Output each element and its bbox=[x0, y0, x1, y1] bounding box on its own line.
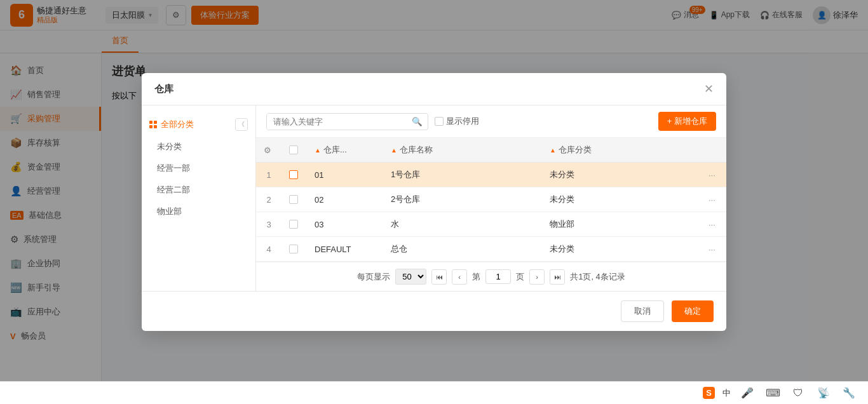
row-code: 01 bbox=[307, 163, 383, 187]
category-item-unclassified[interactable]: 未分类 bbox=[142, 136, 255, 158]
row-more[interactable]: ··· bbox=[701, 212, 726, 237]
grid-icon bbox=[149, 121, 157, 128]
row-category: 未分类 bbox=[542, 163, 701, 187]
category-item-dept1[interactable]: 经营一部 bbox=[142, 158, 255, 179]
more-button[interactable]: ··· bbox=[709, 195, 715, 205]
page-label: 第 bbox=[472, 271, 480, 283]
keyboard-icon[interactable]: ⌨ bbox=[764, 384, 782, 402]
tools-icon: 🔧 bbox=[840, 384, 858, 402]
all-category-label: 全部分类 bbox=[161, 119, 194, 130]
more-button[interactable]: ··· bbox=[709, 170, 715, 180]
row-category: 物业部 bbox=[542, 212, 701, 237]
modal-main-area: 🔍 显示停用 + 新增仓库 ⚙ bbox=[256, 105, 726, 291]
confirm-button[interactable]: 确定 bbox=[672, 300, 714, 322]
modal-body: 全部分类 《 未分类 经营一部 经营二部 物业部 🔍 bbox=[142, 105, 726, 291]
sort-icon-name: ▲ bbox=[391, 147, 397, 154]
row-number: 2 bbox=[256, 187, 281, 212]
col-checkbox bbox=[281, 138, 307, 163]
shield-icon: 🛡 bbox=[789, 384, 807, 402]
row-name: 1号仓库 bbox=[383, 163, 542, 187]
row-more[interactable]: ··· bbox=[701, 237, 726, 262]
table-row[interactable]: 4 DEFAULT 总仓 未分类 ··· bbox=[256, 237, 726, 262]
per-page-label: 每页显示 bbox=[357, 271, 390, 283]
select-all-checkbox[interactable] bbox=[289, 145, 298, 154]
modal-title: 仓库 bbox=[154, 83, 173, 95]
page-suffix-label: 页 bbox=[516, 271, 524, 283]
network-icon: 📡 bbox=[815, 384, 832, 402]
add-warehouse-button[interactable]: + 新增仓库 bbox=[658, 112, 716, 131]
table-header-row: ⚙ ▲仓库... ▲仓库名称 ▲仓库分类 bbox=[256, 138, 726, 163]
row-number: 1 bbox=[256, 163, 281, 187]
table-row[interactable]: 2 02 2号仓库 未分类 ··· bbox=[256, 187, 726, 212]
sort-icon-cat: ▲ bbox=[550, 147, 556, 154]
last-page-button[interactable]: ⏭ bbox=[550, 269, 565, 285]
modal-overlay[interactable]: 仓库 ✕ 全部分类 《 未分类 经营一部 经营二部 物业部 bbox=[0, 0, 868, 404]
row-code: 02 bbox=[307, 187, 383, 212]
next-page-button[interactable]: › bbox=[529, 269, 545, 285]
row-checkbox-cell[interactable] bbox=[281, 187, 307, 212]
row-checkbox-cell[interactable] bbox=[281, 212, 307, 237]
cn-text: 中 bbox=[722, 387, 731, 399]
collapse-button[interactable]: 《 bbox=[235, 118, 248, 131]
search-button[interactable]: 🔍 bbox=[407, 114, 428, 130]
modal-toolbar: 🔍 显示停用 + 新增仓库 bbox=[256, 105, 726, 138]
row-more[interactable]: ··· bbox=[701, 163, 726, 187]
per-page-select[interactable]: 50 bbox=[395, 269, 426, 285]
all-category-header[interactable]: 全部分类 《 bbox=[142, 113, 255, 136]
row-name: 水 bbox=[383, 212, 542, 237]
modal-close-button[interactable]: ✕ bbox=[704, 82, 714, 96]
col-settings[interactable]: ⚙ bbox=[256, 138, 281, 163]
category-item-property[interactable]: 物业部 bbox=[142, 201, 255, 222]
table-row[interactable]: 3 03 水 物业部 ··· bbox=[256, 212, 726, 237]
row-number: 3 bbox=[256, 212, 281, 237]
modal-footer: 取消 确定 bbox=[142, 291, 726, 331]
warehouse-table: ⚙ ▲仓库... ▲仓库名称 ▲仓库分类 1 01 1号仓库 未分 bbox=[256, 138, 726, 262]
search-input[interactable] bbox=[267, 114, 407, 130]
pagination: 每页显示 50 ⏮ ‹ 第 页 › ⏭ 共1页, 4条记录 bbox=[256, 262, 726, 291]
prev-page-button[interactable]: ‹ bbox=[452, 269, 467, 285]
row-code: DEFAULT bbox=[307, 237, 383, 262]
total-info: 共1页, 4条记录 bbox=[570, 271, 625, 283]
category-item-dept2[interactable]: 经营二部 bbox=[142, 179, 255, 201]
show-disabled-label[interactable]: 显示停用 bbox=[435, 116, 479, 127]
col-category[interactable]: ▲仓库分类 bbox=[542, 138, 701, 163]
row-number: 4 bbox=[256, 237, 281, 262]
row-category: 未分类 bbox=[542, 237, 701, 262]
row-name: 2号仓库 bbox=[383, 187, 542, 212]
row-checkbox[interactable] bbox=[289, 245, 298, 253]
mic-icon[interactable]: 🎤 bbox=[738, 384, 756, 402]
col-name[interactable]: ▲仓库名称 bbox=[383, 138, 542, 163]
row-more[interactable]: ··· bbox=[701, 187, 726, 212]
row-name: 总仓 bbox=[383, 237, 542, 262]
more-button[interactable]: ··· bbox=[709, 220, 715, 229]
row-code: 03 bbox=[307, 212, 383, 237]
row-checkbox-cell[interactable] bbox=[281, 237, 307, 262]
row-category: 未分类 bbox=[542, 187, 701, 212]
warehouse-modal: 仓库 ✕ 全部分类 《 未分类 经营一部 经营二部 物业部 bbox=[142, 73, 726, 331]
row-checkbox[interactable] bbox=[289, 170, 298, 179]
col-code[interactable]: ▲仓库... bbox=[307, 138, 383, 163]
s-logo: S bbox=[703, 387, 715, 399]
show-disabled-checkbox[interactable] bbox=[435, 117, 444, 126]
first-page-button[interactable]: ⏮ bbox=[431, 269, 447, 285]
row-checkbox-cell[interactable] bbox=[281, 163, 307, 187]
page-input[interactable] bbox=[485, 269, 511, 284]
table-row[interactable]: 1 01 1号仓库 未分类 ··· bbox=[256, 163, 726, 187]
more-button[interactable]: ··· bbox=[709, 245, 715, 254]
modal-header: 仓库 ✕ bbox=[142, 73, 726, 105]
cancel-button[interactable]: 取消 bbox=[621, 300, 664, 322]
sort-icon: ▲ bbox=[315, 147, 321, 154]
search-box: 🔍 bbox=[266, 113, 428, 130]
col-actions bbox=[701, 138, 726, 163]
row-checkbox[interactable] bbox=[289, 195, 298, 204]
bottom-bar: S 中 🎤 ⌨ 🛡 📡 🔧 bbox=[0, 381, 868, 404]
category-sidebar: 全部分类 《 未分类 经营一部 经营二部 物业部 bbox=[142, 105, 256, 291]
row-checkbox[interactable] bbox=[289, 220, 298, 229]
